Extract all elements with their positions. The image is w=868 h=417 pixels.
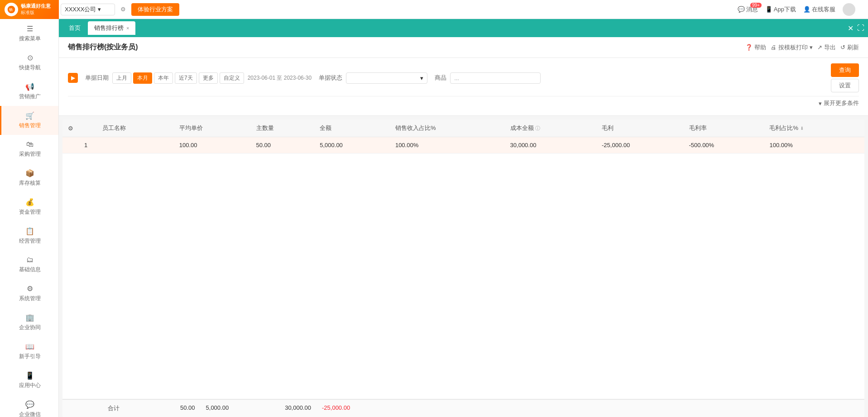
date-btn-this-month[interactable]: 本月	[133, 72, 152, 84]
sidebar-item-search[interactable]: ☰ 搜索菜单	[0, 19, 58, 48]
sidebar-item-inventory[interactable]: 📦 库存核算	[0, 163, 58, 192]
cell-amount: 5,000.00	[314, 137, 390, 153]
sidebar-item-label: 采购管理	[19, 150, 41, 158]
sidebar-item-marketing[interactable]: 📢 营销推广	[0, 77, 58, 106]
tab-home-label: 首页	[69, 24, 81, 32]
sidebar-item-sales[interactable]: 🛒 销售管理	[0, 106, 58, 135]
footer-label: 合计	[102, 404, 139, 412]
message-button[interactable]: 💬 消息 99+	[738, 5, 758, 14]
settings-gear-icon[interactable]: ⚙	[119, 4, 128, 14]
guide-icon: 📖	[25, 342, 34, 351]
sidebar-item-guide[interactable]: 📖 新手引导	[0, 337, 58, 366]
online-service-button[interactable]: 👤 在线客服	[803, 5, 835, 14]
sidebar-item-apps[interactable]: 📱 应用中心	[0, 366, 58, 395]
sidebar-item-quick-nav[interactable]: ⊙ 快捷导航	[0, 48, 58, 77]
template-print-button[interactable]: 🖨 按模板打印 ▾	[771, 43, 813, 52]
sidebar-item-purchase[interactable]: 🛍 采购管理	[0, 135, 58, 163]
query-button[interactable]: 查询	[831, 63, 859, 77]
setting-button[interactable]: 设置	[831, 79, 859, 92]
tab-maximize-icon[interactable]: ⛶	[857, 24, 864, 32]
company-selector[interactable]: XXXXX公司 ▾	[61, 4, 115, 15]
sidebar-item-basic[interactable]: 🗂 基础信息	[0, 250, 58, 279]
goods-select[interactable]: ...	[450, 72, 541, 84]
tab-close-icon[interactable]: ×	[126, 25, 129, 31]
template-print-label: 按模板打印	[778, 43, 808, 52]
trial-button[interactable]: 体验行业方案	[131, 3, 179, 16]
tab-home[interactable]: 首页	[62, 21, 87, 35]
date-buttons: 上月 本月 本年 近7天 更多 自定义	[112, 72, 244, 84]
content-area: 首页 销售排行榜 × ✕ ⛶ 销售排行榜(按业务员)	[59, 19, 868, 417]
sidebar-item-label: 销售管理	[19, 122, 41, 129]
tab-close-window-icon[interactable]: ✕	[848, 24, 854, 33]
expand-more-button[interactable]: ▾ 展开更多条件	[819, 99, 859, 107]
basic-info-icon: 🗂	[26, 256, 34, 264]
export-button[interactable]: ↗ 导出	[817, 43, 836, 52]
tab-actions: ✕ ⛶	[848, 24, 864, 33]
cell-sales-pct: 100.00%	[390, 137, 505, 153]
cell-employee	[97, 137, 174, 153]
refresh-icon: ↺	[840, 44, 845, 51]
sidebar-item-label: 新手引导	[19, 353, 41, 360]
sidebar-item-label: 基础信息	[19, 266, 41, 273]
app-download-button[interactable]: 📱 App下载	[765, 5, 796, 14]
status-filter-label: 单据状态	[319, 74, 342, 82]
sidebar-item-label: 企业协同	[19, 324, 41, 331]
table-row: 1 100.00 50.00 5,000.00 100.00% 30,000.0…	[62, 137, 864, 153]
sidebar-item-operations[interactable]: 📋 经营管理	[0, 221, 58, 250]
col-avg-price: 平均单价	[174, 120, 251, 137]
col-gross-pct: 毛利占比% ⬇	[764, 120, 864, 137]
date-btn-7days[interactable]: 近7天	[175, 72, 197, 84]
filter-area: ▶ 单据日期 上月 本月 本年 近7天 更多 自定义	[59, 58, 868, 116]
filter-row: ▶ 单据日期 上月 本月 本年 近7天 更多 自定义	[68, 63, 859, 92]
goods-filter-label: 商品	[435, 74, 446, 82]
footer-cost: 30,000.00	[279, 404, 317, 412]
sidebar-item-label: 企业微信	[19, 411, 41, 417]
sidebar-item-label: 库存核算	[19, 179, 41, 187]
sidebar: ☰ 搜索菜单 ⊙ 快捷导航 📢 营销推广 🛒 销售管理 🛍 采购管理 📦 库	[0, 19, 59, 417]
sidebar-item-label: 快捷导航	[19, 64, 41, 72]
cost-info-icon[interactable]: ⓘ	[535, 125, 540, 131]
date-btn-last-month[interactable]: 上月	[112, 72, 131, 84]
cell-gross-rate: -500.00%	[684, 137, 764, 153]
page-header: 销售排行榜(按业务员) ❓ 帮助 🖨 按模板打印 ▾ ↗	[59, 37, 868, 58]
filter-arrow-button[interactable]: ▶	[68, 73, 78, 83]
quick-nav-icon: ⊙	[27, 53, 33, 62]
logo-text: 畅康通好生意 标准版	[21, 3, 51, 16]
sidebar-item-enterprise[interactable]: 🏢 企业协同	[0, 308, 58, 337]
apps-icon: 📱	[25, 371, 34, 380]
column-settings-icon[interactable]: ⚙	[68, 125, 73, 132]
cell-gross: -25,000.00	[596, 137, 683, 153]
logo-area: 畅 畅康通好生意 标准版	[0, 0, 59, 19]
gross-pct-sort-icon[interactable]: ⬇	[800, 126, 804, 131]
col-settings[interactable]: ⚙	[62, 120, 79, 137]
col-gross: 毛利	[596, 120, 683, 137]
sidebar-item-label: 搜索菜单	[19, 35, 41, 43]
avatar[interactable]	[843, 3, 855, 16]
inventory-icon: 📦	[25, 169, 34, 177]
footer-cells: 合计 50.00 5,000.00 30,000.00 -25,000.00	[68, 404, 859, 412]
top-bar: 畅 畅康通好生意 标准版 XXXXX公司 ▾ ⚙ 体验行业方案 💬 消息 99+…	[0, 0, 868, 19]
company-name: XXXXX公司	[65, 5, 96, 14]
refresh-button[interactable]: ↺ 刷新	[840, 43, 859, 52]
status-select[interactable]: ▾	[346, 72, 427, 84]
download-icon: 📱	[765, 6, 772, 13]
sidebar-item-finance[interactable]: 💰 资金管理	[0, 192, 58, 221]
date-btn-more[interactable]: 更多	[199, 72, 218, 84]
expand-label: 展开更多条件	[824, 99, 859, 107]
sidebar-item-system[interactable]: ⚙ 系统管理	[0, 279, 58, 308]
print-dropdown-icon: ▾	[810, 44, 813, 51]
operations-icon: 📋	[25, 227, 34, 235]
date-btn-custom[interactable]: 自定义	[220, 72, 244, 84]
system-icon: ⚙	[27, 284, 33, 293]
page-actions: ❓ 帮助 🖨 按模板打印 ▾ ↗ 导出 ↺	[745, 43, 859, 52]
cell-cost: 30,000.00	[505, 137, 596, 153]
cell-rank: 1	[79, 137, 97, 153]
tab-sales-ranking[interactable]: 销售排行榜 ×	[88, 21, 135, 35]
date-btn-this-year[interactable]: 本年	[154, 72, 173, 84]
export-label: 导出	[824, 43, 836, 52]
help-button[interactable]: ❓ 帮助	[745, 43, 766, 52]
marketing-icon: 📢	[25, 82, 34, 91]
app-download-label: App下载	[774, 5, 796, 14]
help-label: 帮助	[754, 43, 766, 52]
sidebar-item-wechat[interactable]: 💬 企业微信	[0, 395, 58, 417]
